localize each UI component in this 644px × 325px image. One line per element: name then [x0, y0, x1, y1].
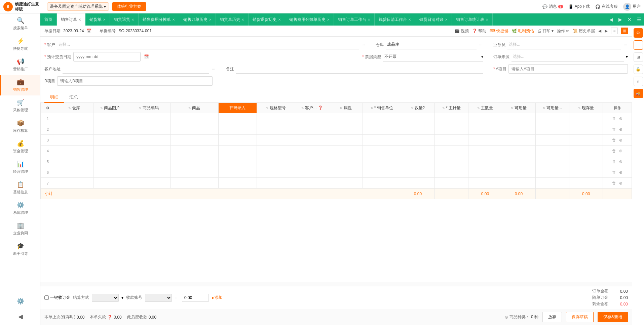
- tab-sales-refund-history[interactable]: 销货退货历史 ✕: [249, 13, 285, 26]
- tab-close-icon[interactable]: ✕: [408, 18, 411, 22]
- notification-btn[interactable]: 💬 消息 9: [542, 4, 563, 9]
- sidebar-collapse-btn[interactable]: ◀: [0, 310, 40, 325]
- layout-list-btn[interactable]: ≡: [611, 28, 618, 34]
- td-attribute[interactable]: [329, 135, 363, 146]
- td-attribute[interactable]: [329, 178, 363, 189]
- td-warehouse[interactable]: [55, 135, 93, 146]
- tab-home[interactable]: 首页: [40, 13, 57, 26]
- th-scan-input[interactable]: 扫码录入: [218, 103, 257, 113]
- sort-icon[interactable]: ⇅: [411, 107, 414, 110]
- sort-icon[interactable]: ⇅: [139, 107, 142, 110]
- sidebar-item-marketing[interactable]: 📢 营销推广: [0, 54, 40, 75]
- td-product[interactable]: [170, 156, 218, 167]
- prev-record-btn[interactable]: ◀: [598, 29, 601, 33]
- td-main-qty[interactable]: [468, 135, 502, 146]
- sidebar-item-finance[interactable]: 💰 资金管理: [0, 136, 40, 157]
- td-attribute[interactable]: [329, 124, 363, 135]
- td-product-code[interactable]: [127, 146, 171, 156]
- history-btn[interactable]: 📜 历史单据: [573, 28, 595, 34]
- tab-sales-stats[interactable]: 销售订单统计表 ✕: [452, 13, 493, 26]
- customer-input[interactable]: 选择...: [57, 40, 359, 49]
- td-product-code[interactable]: [127, 135, 171, 146]
- shortcut-btn[interactable]: ⌨ 快捷键: [490, 28, 508, 34]
- td-qty2[interactable]: [401, 156, 434, 167]
- right-settings-btn[interactable]: ⚙: [634, 28, 643, 38]
- td-qty2[interactable]: [401, 178, 434, 189]
- td-main-unit[interactable]: [434, 135, 468, 146]
- sort-icon[interactable]: ⇅: [68, 107, 71, 110]
- layout-grid-btn[interactable]: ⊞: [621, 28, 628, 34]
- solution-button[interactable]: 体验行业方案: [112, 2, 146, 11]
- td-product-code[interactable]: [127, 156, 171, 167]
- td-main-unit[interactable]: [434, 113, 468, 124]
- tab-sales-fee-history[interactable]: 销售费用分摊单历史 ✕: [285, 13, 334, 26]
- td-warehouse[interactable]: [55, 124, 93, 135]
- td-unit[interactable]: [363, 124, 401, 135]
- online-support-btn[interactable]: 🎧 在线客服: [595, 4, 618, 9]
- customer-addr-input[interactable]: [63, 64, 209, 74]
- system-selector[interactable]: 装备及固定资产辅助管理系统 ▾: [47, 2, 109, 11]
- sidebar-item-purchase[interactable]: 🛒 采购管理: [0, 95, 40, 116]
- td-attribute[interactable]: [329, 146, 363, 156]
- sidebar-item-guide[interactable]: 🎓 新手引导: [0, 239, 40, 259]
- sort-icon[interactable]: ⇅: [543, 107, 545, 110]
- calendar-icon[interactable]: 📅: [86, 29, 91, 33]
- tab-close-icon[interactable]: ✕: [368, 18, 370, 22]
- td-customer-attr[interactable]: [295, 167, 329, 178]
- td-product-code[interactable]: [127, 113, 171, 124]
- operate-btn[interactable]: 操作 ✏: [557, 28, 569, 34]
- td-main-qty[interactable]: [468, 156, 502, 167]
- add-payment-btn[interactable]: ● 添加: [212, 295, 223, 300]
- delivery-date-input[interactable]: [73, 52, 141, 62]
- td-main-qty[interactable]: [468, 167, 502, 178]
- td-attribute[interactable]: [329, 113, 363, 124]
- copy-icon[interactable]: ⊕: [618, 180, 623, 186]
- calendar2-icon[interactable]: 📅: [144, 54, 149, 59]
- sort-icon[interactable]: ⇅: [442, 107, 445, 110]
- td-unit[interactable]: [363, 156, 401, 167]
- sidebar-item-quick-nav[interactable]: ⚡ 快捷导航: [0, 34, 40, 54]
- tab-detail[interactable]: 明细: [44, 92, 64, 103]
- td-main-unit[interactable]: [434, 124, 468, 135]
- delete-icon[interactable]: 🗑: [611, 137, 617, 143]
- td-product[interactable]: [170, 178, 218, 189]
- td-customer-attr[interactable]: [295, 124, 329, 135]
- sort-icon[interactable]: ⇅: [511, 107, 514, 110]
- td-main-qty[interactable]: [468, 113, 502, 124]
- td-spec[interactable]: [257, 146, 295, 156]
- td-main-qty[interactable]: [468, 178, 502, 189]
- delete-icon[interactable]: 🗑: [611, 116, 617, 121]
- tab-close-icon[interactable]: ✕: [209, 18, 212, 22]
- td-warehouse[interactable]: [55, 113, 93, 124]
- th-settings[interactable]: ⚙: [41, 103, 55, 113]
- tab-next-btn[interactable]: ▶: [616, 13, 625, 26]
- ticket-type-input[interactable]: 不开票 ▾: [383, 52, 483, 62]
- td-unit[interactable]: [363, 135, 401, 146]
- td-spec[interactable]: [257, 135, 295, 146]
- warehouse-input[interactable]: 成品库: [386, 40, 477, 49]
- tab-sales-order-history[interactable]: 销售订单历史 ✕: [179, 13, 216, 26]
- view-btn[interactable]: 🎬 视频: [455, 28, 469, 34]
- help-icon2[interactable]: ❓: [107, 315, 112, 320]
- table-scroll-bar[interactable]: [40, 282, 632, 286]
- td-unit[interactable]: [363, 146, 401, 156]
- delete-icon[interactable]: 🗑: [611, 148, 617, 154]
- td-product[interactable]: [170, 113, 218, 124]
- copy-icon[interactable]: ⊕: [618, 137, 623, 143]
- delete-icon[interactable]: 🗑: [611, 127, 617, 132]
- td-attribute[interactable]: [329, 167, 363, 178]
- warehouse-more-btn[interactable]: ···: [479, 42, 483, 47]
- tab-close-icon[interactable]: ✕: [445, 18, 448, 22]
- sidebar-item-search[interactable]: 🔍 搜索菜单: [0, 13, 40, 34]
- order-source-input[interactable]: 选择...: [512, 52, 624, 62]
- td-product-code[interactable]: [127, 178, 171, 189]
- tab-sales-refund[interactable]: 销货退货 ✕: [110, 13, 139, 26]
- td-customer-attr[interactable]: [295, 156, 329, 167]
- td-main-unit[interactable]: [434, 156, 468, 167]
- sort-icon[interactable]: ⇅: [301, 107, 304, 110]
- td-qty2[interactable]: [401, 146, 434, 156]
- sort-icon[interactable]: ⇅: [477, 107, 480, 110]
- td-main-unit[interactable]: [434, 167, 468, 178]
- sidebar-settings-btn[interactable]: ⚙️: [0, 294, 40, 310]
- copy-icon[interactable]: ⊕: [618, 148, 623, 154]
